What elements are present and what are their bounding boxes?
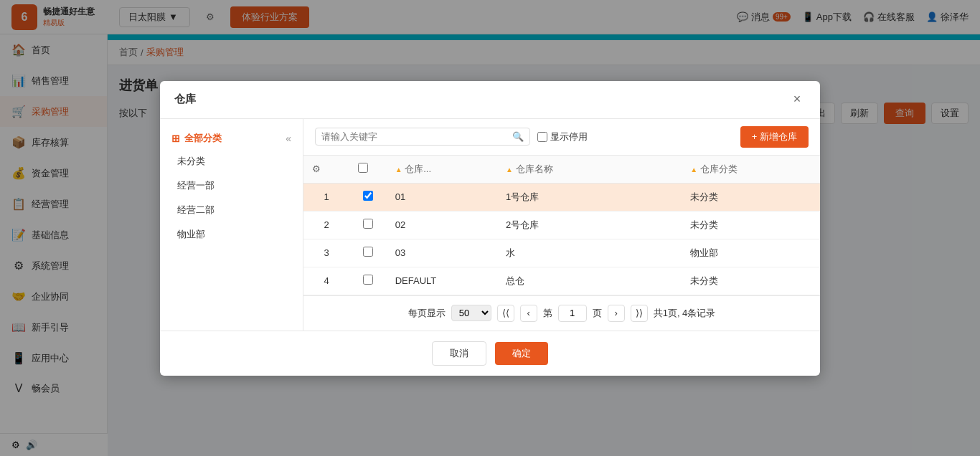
collapse-icon[interactable]: « — [286, 133, 291, 144]
row-name: 1号仓库 — [497, 183, 682, 211]
cancel-button[interactable]: 取消 — [432, 341, 486, 366]
row-name: 2号仓库 — [497, 211, 682, 239]
row-category: 未分类 — [682, 267, 820, 295]
row-category: 未分类 — [682, 211, 820, 239]
table-row[interactable]: 3 03 水 物业部 — [303, 239, 820, 267]
warehouse-table: ⚙ ▲ 仓库... ▲ — [303, 156, 820, 295]
category-items: 未分类经营一部经营二部物业部 — [160, 149, 303, 247]
row-category: 物业部 — [682, 239, 820, 267]
row-checkbox[interactable] — [363, 219, 373, 229]
table-toolbar: 🔍 显示停用 + 新增仓库 — [303, 119, 820, 156]
category-sidebar: ⊞ 全部分类 « 未分类经营一部经营二部物业部 — [160, 119, 303, 331]
sort-code-icon: ▲ — [395, 166, 402, 174]
all-categories-btn[interactable]: ⊞ 全部分类 — [171, 132, 222, 145]
warehouse-dialog: 仓库 × ⊞ 全部分类 « 未分类经营一部经营二部物业部 — [160, 81, 820, 376]
row-code: 03 — [387, 239, 497, 267]
row-category: 未分类 — [682, 183, 820, 211]
dialog-title: 仓库 — [174, 92, 196, 106]
sort-name-icon: ▲ — [506, 166, 513, 174]
grid-icon: ⊞ — [171, 133, 180, 144]
category-item-经营二部[interactable]: 经营二部 — [160, 198, 303, 222]
sort-cat-icon: ▲ — [690, 166, 697, 174]
search-box: 🔍 — [315, 128, 530, 146]
table-header: ⚙ ▲ 仓库... ▲ — [303, 156, 820, 184]
category-item-物业部[interactable]: 物业部 — [160, 222, 303, 247]
page-number-input[interactable] — [558, 305, 587, 322]
show-disabled-checkbox: 显示停用 — [537, 130, 588, 143]
row-code: 02 — [387, 211, 497, 239]
th-settings: ⚙ — [303, 156, 349, 184]
confirm-button[interactable]: 确定 — [495, 342, 548, 365]
row-check — [349, 239, 386, 267]
search-icon: 🔍 — [512, 131, 524, 142]
row-name: 水 — [497, 239, 682, 267]
row-check — [349, 267, 386, 295]
search-input[interactable] — [321, 131, 509, 142]
add-warehouse-button[interactable]: + 新增仓库 — [740, 126, 809, 148]
row-checkbox[interactable] — [363, 247, 373, 257]
last-page-btn[interactable]: ⟩⟩ — [631, 305, 648, 322]
row-settings: 2 — [303, 211, 349, 239]
table-body: 1 01 1号仓库 未分类 2 02 2号仓库 未分类 3 03 水 物业部 4 — [303, 183, 820, 295]
row-check — [349, 183, 386, 211]
modal-overlay: 仓库 × ⊞ 全部分类 « 未分类经营一部经营二部物业部 — [0, 0, 980, 456]
dialog-pagination: 每页显示 50 20 100 ⟨⟨ ‹ 第 页 › ⟩⟩ 共1页, 4条记录 — [303, 295, 820, 331]
next-page-btn[interactable]: › — [608, 305, 625, 322]
th-code: ▲ 仓库... — [387, 156, 497, 184]
settings-col-icon: ⚙ — [312, 163, 321, 174]
first-page-btn[interactable]: ⟨⟨ — [497, 305, 514, 322]
table-row[interactable]: 1 01 1号仓库 未分类 — [303, 183, 820, 211]
row-code: DEFAULT — [387, 267, 497, 295]
row-checkbox[interactable] — [363, 191, 373, 201]
th-check — [349, 156, 386, 184]
table-row[interactable]: 2 02 2号仓库 未分类 — [303, 211, 820, 239]
select-all-check[interactable] — [358, 163, 368, 173]
dialog-close-button[interactable]: × — [788, 91, 806, 108]
category-header: ⊞ 全部分类 « — [160, 128, 303, 149]
page-size-select[interactable]: 50 20 100 — [451, 305, 491, 321]
table-row[interactable]: 4 DEFAULT 总仓 未分类 — [303, 267, 820, 295]
dialog-body: ⊞ 全部分类 « 未分类经营一部经营二部物业部 🔍 — [160, 119, 820, 331]
dialog-footer: 取消 确定 — [160, 331, 820, 376]
row-checkbox[interactable] — [363, 275, 373, 285]
th-name: ▲ 仓库名称 — [497, 156, 682, 184]
row-code: 01 — [387, 183, 497, 211]
dialog-header: 仓库 × — [160, 81, 820, 119]
data-table: ⚙ ▲ 仓库... ▲ — [303, 156, 820, 295]
category-item-经营一部[interactable]: 经营一部 — [160, 174, 303, 198]
table-area: 🔍 显示停用 + 新增仓库 ⚙ — [303, 119, 820, 331]
row-settings: 4 — [303, 267, 349, 295]
prev-page-btn[interactable]: ‹ — [520, 305, 537, 322]
show-disabled-check[interactable] — [537, 132, 547, 142]
th-cat: ▲ 仓库分类 — [682, 156, 820, 184]
row-name: 总仓 — [497, 267, 682, 295]
row-settings: 3 — [303, 239, 349, 267]
category-item-未分类[interactable]: 未分类 — [160, 149, 303, 174]
row-check — [349, 211, 386, 239]
row-settings: 1 — [303, 183, 349, 211]
